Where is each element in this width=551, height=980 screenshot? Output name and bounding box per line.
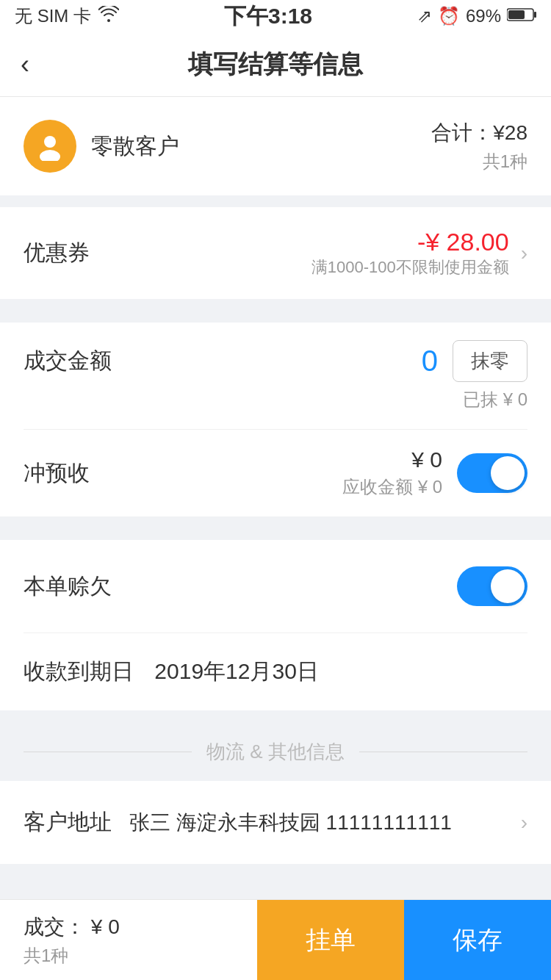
deal-amount-value: 0 <box>422 345 438 378</box>
page-title: 填写结算等信息 <box>188 48 363 82</box>
deal-amount-row: 成交金额 0 抹零 <box>0 323 551 382</box>
customer-right: 合计：¥28 共1种 <box>431 119 527 173</box>
prepay-receivable: 应收金额 ¥ 0 <box>342 475 442 499</box>
prepay-row: 冲预收 ¥ 0 应收金额 ¥ 0 <box>0 430 551 516</box>
logistics-divider: 物流 & 其他信息 <box>0 722 551 781</box>
save-button[interactable]: 保存 <box>404 900 551 981</box>
bottom-info: 成交： ¥ 0 共1种 <box>0 913 257 968</box>
bottom-deal-amount: ¥ 0 <box>91 915 120 938</box>
svg-rect-2 <box>508 10 525 19</box>
location-icon: ⇗ <box>417 6 432 26</box>
coupon-desc: 满1000-100不限制使用金额 <box>311 256 509 278</box>
bottom-deal-label: 成交： <box>24 915 85 938</box>
debt-toggle[interactable] <box>457 566 527 606</box>
status-left: 无 SIM 卡 <box>15 4 119 28</box>
customer-row: 零散客户 合计：¥28 共1种 <box>0 97 551 195</box>
section-divider-2 <box>0 528 551 540</box>
svg-point-4 <box>40 150 60 161</box>
prepay-label: 冲预收 <box>24 458 90 489</box>
deal-prepay-section: 成交金额 0 抹零 已抹 ¥ 0 冲预收 ¥ 0 应收金额 ¥ 0 <box>0 323 551 516</box>
coupon-amount: -¥ 28.00 <box>311 228 509 256</box>
due-date-label: 收款到期日 <box>24 659 134 683</box>
prepay-amount: ¥ 0 <box>342 447 442 472</box>
customer-section: 零散客户 合计：¥28 共1种 <box>0 97 551 195</box>
due-content: 收款到期日 2019年12月30日 <box>24 657 527 687</box>
wifi-icon <box>98 6 119 26</box>
customer-avatar <box>24 120 76 173</box>
svg-point-3 <box>44 136 56 148</box>
address-content: 张三 海淀永丰科技园 11111111111 <box>129 809 521 837</box>
address-row[interactable]: 客户地址 张三 海淀永丰科技园 11111111111 › <box>0 781 551 864</box>
deal-amount-label: 成交金额 <box>24 346 112 376</box>
debt-section: 本单赊欠 收款到期日 2019年12月30日 <box>0 540 551 710</box>
round-button[interactable]: 抹零 <box>453 340 527 382</box>
customer-left: 零散客户 <box>24 120 179 173</box>
status-time: 下午3:18 <box>224 1 312 32</box>
customer-total: 合计：¥28 <box>431 119 527 147</box>
back-button[interactable]: ‹ <box>21 49 29 80</box>
hold-button[interactable]: 挂单 <box>257 900 404 981</box>
prepay-right: ¥ 0 应收金额 ¥ 0 <box>342 447 527 499</box>
due-date-value: 2019年12月30日 <box>154 659 318 683</box>
coupon-chevron-icon: › <box>521 242 527 265</box>
bottom-deal-row: 成交： ¥ 0 <box>24 913 234 941</box>
coupon-text-group: -¥ 28.00 满1000-100不限制使用金额 <box>311 228 509 278</box>
coupon-label: 优惠券 <box>24 238 90 268</box>
coupon-row[interactable]: 优惠券 -¥ 28.00 满1000-100不限制使用金额 › <box>0 207 551 299</box>
nav-bar: ‹ 填写结算等信息 <box>0 32 551 97</box>
debt-label: 本单赊欠 <box>24 572 112 602</box>
coupon-section: 优惠券 -¥ 28.00 满1000-100不限制使用金额 › <box>0 207 551 299</box>
deal-right: 0 抹零 <box>422 340 527 382</box>
address-chevron-icon: › <box>521 811 527 835</box>
customer-count: 共1种 <box>431 150 527 173</box>
prepay-toggle[interactable] <box>457 453 527 493</box>
status-bar: 无 SIM 卡 下午3:18 ⇗ ⏰ 69% <box>0 0 551 32</box>
address-label: 客户地址 <box>24 807 112 837</box>
svg-rect-1 <box>534 12 536 18</box>
customer-name: 零散客户 <box>91 131 179 162</box>
bottom-bar: 成交： ¥ 0 共1种 挂单 保存 <box>0 899 551 980</box>
deal-already-text: 已抹 ¥ 0 <box>0 382 551 429</box>
battery-text: 69% <box>466 6 501 26</box>
prepay-text-group: ¥ 0 应收金额 ¥ 0 <box>342 447 442 499</box>
bottom-count: 共1种 <box>24 944 234 968</box>
battery-icon <box>507 6 536 26</box>
alarm-icon: ⏰ <box>438 6 460 26</box>
no-sim-text: 无 SIM 卡 <box>15 4 91 28</box>
due-date-row: 收款到期日 2019年12月30日 <box>0 633 551 710</box>
address-section: 客户地址 张三 海淀永丰科技园 11111111111 › <box>0 781 551 864</box>
section-divider-1 <box>0 311 551 323</box>
status-right: ⇗ ⏰ 69% <box>417 6 536 26</box>
logistics-section-label: 物流 & 其他信息 <box>192 739 359 765</box>
debt-row: 本单赊欠 <box>0 540 551 633</box>
coupon-right: -¥ 28.00 满1000-100不限制使用金额 › <box>311 228 527 278</box>
